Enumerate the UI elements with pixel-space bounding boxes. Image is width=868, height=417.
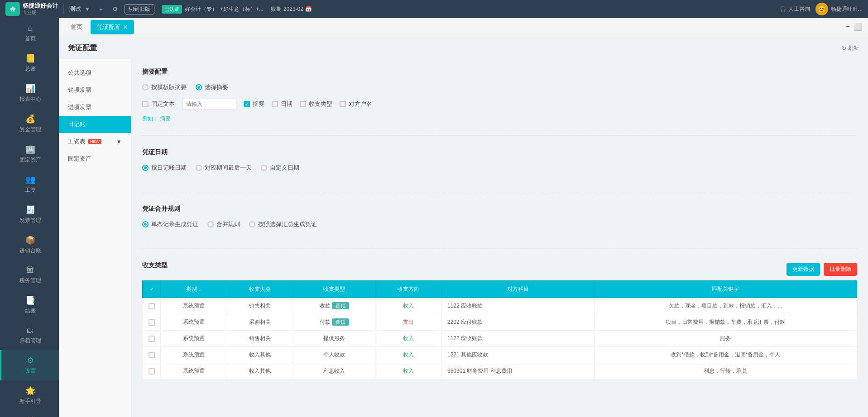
sidebar-label-purchase: 进销台账	[19, 247, 41, 255]
sidebar-item-salary[interactable]: 👥 工资	[0, 169, 59, 199]
radio-diary-date-circle	[142, 165, 149, 171]
merge-rules-section: 凭证合并规则 单条记录生成凭证 合并规则	[142, 205, 857, 249]
logo-text: 畅捷通好会计	[23, 2, 58, 9]
radio-single-record[interactable]: 单条记录生成凭证	[142, 220, 198, 228]
tab-close-icon[interactable]: ✕	[123, 24, 128, 30]
sidebar-label-reports: 报表中心	[19, 95, 41, 103]
sidebar-item-archive[interactable]: 🗂 归档管理	[0, 320, 59, 350]
period-value: 2023-02	[283, 6, 303, 12]
nav-sales-invoice[interactable]: 销项发票	[59, 81, 131, 99]
nav-purchase-invoice[interactable]: 进项发票	[59, 99, 131, 116]
sidebar-item-reports[interactable]: 📊 报表中心	[0, 78, 59, 109]
radio-custom-date-circle	[261, 165, 267, 171]
radio-template[interactable]: 按模板版摘要	[142, 83, 187, 91]
row-checkbox[interactable]	[149, 336, 155, 342]
row-checkbox-cell[interactable]	[143, 314, 161, 331]
row-checkbox-cell[interactable]	[143, 347, 161, 363]
sidebar-item-ledger[interactable]: 📒 总账	[0, 48, 59, 78]
sidebar-item-member[interactable]: 👑 畅会员	[0, 411, 59, 417]
checkbox-date-label: 日期	[281, 100, 293, 108]
radio-period-last-label: 对应期间最后一天	[205, 164, 252, 172]
radio-select[interactable]: 选择摘要	[196, 83, 228, 91]
calendar-icon[interactable]: 📅	[305, 6, 312, 12]
sidebar-item-tax[interactable]: 🏛 税务管理	[0, 260, 59, 290]
company-name: 测试	[69, 5, 81, 13]
radio-template-circle	[142, 84, 149, 90]
checkbox-counterpart-box	[340, 101, 346, 107]
checkbox-counterpart[interactable]: 对方户名	[340, 100, 372, 108]
nav-payroll-label: 工资表	[68, 137, 86, 146]
service-button[interactable]: 🎧 人工咨询	[780, 5, 810, 13]
radio-merge-circle	[207, 221, 214, 227]
nav-arrow-icon: ▼	[116, 138, 122, 145]
tab-voucher-label: 凭证配置	[97, 23, 120, 31]
row-keywords: 收到*借款，收到*备用金，退回*备用金，个人	[594, 347, 857, 363]
radio-summary-gen[interactable]: 按照选择汇总生成凭证	[249, 220, 317, 228]
radio-diary-date[interactable]: 按日记账日期	[142, 164, 187, 172]
sidebar-label-finance: 资金管理	[19, 126, 41, 133]
add-icon[interactable]: +	[96, 4, 106, 14]
fixed-text-input[interactable]	[182, 99, 236, 109]
nav-fixed-assets[interactable]: 固定资产	[59, 150, 131, 167]
radio-summary-gen-circle	[249, 221, 255, 227]
row-direction: 收入	[375, 331, 442, 347]
refresh-button[interactable]: ↻ 刷新	[842, 44, 859, 52]
nav-payroll[interactable]: 工资表 NEW ▼	[59, 133, 131, 150]
row-checkbox[interactable]	[149, 368, 155, 374]
th-checkbox[interactable]: ✓	[143, 281, 161, 298]
sidebar-item-assets[interactable]: 🏢 固定资产	[0, 139, 59, 169]
income-expense-table: ✓ 类别 ↓ 收支大类 收支类型	[142, 280, 857, 379]
row-category: 系统预置	[161, 298, 227, 314]
maximize-icon[interactable]: ⬜	[854, 23, 863, 31]
table-header-row: 收支类型 更新数据 批量删除	[142, 261, 857, 277]
minimize-icon[interactable]: −	[846, 23, 850, 31]
content-area: 首页 凭证配置 ✕ − ⬜ 凭证配置 ↻ 刷新	[59, 18, 868, 417]
radio-select-circle	[196, 84, 202, 90]
radio-summary-gen-label: 按照选择汇总生成凭证	[258, 220, 317, 228]
checkbox-fixed-text[interactable]: 固定文本	[142, 100, 175, 108]
radio-custom-date[interactable]: 自定义日期	[261, 164, 299, 172]
row-major-type: 销售相关	[227, 298, 293, 314]
logo-sub: 专业版	[23, 9, 58, 16]
company-dropdown-icon[interactable]: ▼	[85, 6, 90, 12]
th-direction: 收支方向	[375, 281, 442, 298]
checkbox-type[interactable]: 收支类型	[300, 100, 332, 108]
radio-period-last[interactable]: 对应期间最后一天	[196, 164, 252, 172]
radio-template-label: 按模板版摘要	[151, 83, 187, 91]
select-all-checkbox[interactable]: ✓	[149, 286, 155, 293]
row-checkbox[interactable]	[149, 319, 155, 326]
summary-radio-group: 按模板版摘要 选择摘要	[142, 83, 857, 91]
tab-voucher-config[interactable]: 凭证配置 ✕	[91, 20, 134, 34]
user-info[interactable]: 😊 畅捷通旺旺...	[815, 3, 863, 15]
direction-tag-button[interactable]: 置顶	[332, 302, 349, 309]
checkbox-date[interactable]: 日期	[272, 100, 293, 108]
sidebar-item-home[interactable]: ⌂ 首页	[0, 18, 59, 48]
tab-home[interactable]: 首页	[64, 20, 89, 34]
direction-tag-button[interactable]: 置顶	[332, 318, 349, 326]
row-checkbox[interactable]	[149, 352, 155, 358]
nav-diary[interactable]: 日记账	[59, 116, 131, 133]
sidebar-item-settings[interactable]: ⚙ 设置	[0, 350, 59, 380]
archive-icon: 🗂	[26, 326, 34, 335]
switch-version-button[interactable]: 切到旧版	[125, 4, 154, 14]
sidebar-item-invoice[interactable]: 🧾 发票管理	[0, 199, 59, 230]
update-data-button[interactable]: 更新数据	[786, 263, 820, 276]
checkbox-summary[interactable]: ✓ 摘要	[244, 100, 264, 108]
nav-public[interactable]: 公共选项	[59, 64, 131, 81]
th-major-type: 收支大类	[227, 281, 293, 298]
example-prefix: 例如：	[142, 115, 158, 122]
batch-delete-button[interactable]: 批量删除	[824, 263, 857, 276]
radio-merge-rules[interactable]: 合并规则	[207, 220, 240, 228]
sidebar-item-guide[interactable]: 🌟 新手引导	[0, 380, 59, 411]
sidebar-item-close[interactable]: 📑 结账	[0, 290, 59, 320]
row-checkbox-cell[interactable]	[143, 363, 161, 379]
settings-icon[interactable]: ⚙	[110, 4, 121, 14]
row-checkbox[interactable]	[149, 303, 155, 309]
sidebar-label-close: 结账	[25, 307, 36, 315]
row-checkbox-cell[interactable]	[143, 331, 161, 347]
row-checkbox-cell[interactable]	[143, 298, 161, 314]
voucher-date-radio-group: 按日记账日期 对应期间最后一天 自定义日期	[142, 164, 857, 172]
sidebar-item-finance[interactable]: 💰 资金管理	[0, 109, 59, 139]
th-account: 对方科目	[442, 281, 595, 298]
sidebar-item-purchase[interactable]: 📦 进销台账	[0, 230, 59, 260]
